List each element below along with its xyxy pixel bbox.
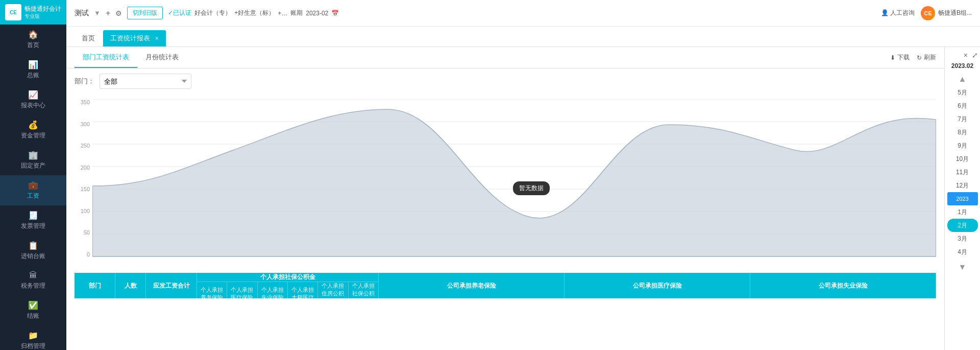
sidebar-item-tax[interactable]: 🏛 税务管理 <box>0 266 66 295</box>
chart-svg-wrapper: 暂无数据 <box>92 99 936 258</box>
topbar: 测试 ▼ + ⚙ 切到旧版 ✓已认证 好会计（专） +好生意（标） +… 账期 … <box>66 0 980 27</box>
sidebar-item-home[interactable]: 🏠 首页 <box>0 25 66 55</box>
y-label-50: 50 <box>84 229 92 236</box>
y-label-150: 150 <box>81 186 92 192</box>
user-menu[interactable]: CE 畅捷通B组... <box>921 6 972 20</box>
y-label-100: 100 <box>81 208 92 214</box>
month-2023-4[interactable]: 4月 <box>947 245 978 259</box>
sidebar-item-purchase[interactable]: 📋 进销台账 <box>0 236 66 266</box>
y-axis: 350 300 250 200 150 100 50 0 <box>75 99 92 258</box>
switch-to-old-button[interactable]: 切到旧版 <box>127 7 163 19</box>
chart-svg <box>92 99 936 258</box>
y-label-250: 250 <box>81 143 92 149</box>
y-label-200: 200 <box>81 165 92 171</box>
settle-icon: ✅ <box>28 300 38 310</box>
sidebar-item-settle[interactable]: ✅ 结账 <box>0 295 66 325</box>
month-8[interactable]: 8月 <box>947 126 978 139</box>
filter-dept-select[interactable]: 全部 <box>100 74 191 89</box>
sidebar-item-assets[interactable]: 🏢 固定资产 <box>0 145 66 175</box>
download-button[interactable]: ⬇ 下载 <box>890 53 910 62</box>
month-5[interactable]: 5月 <box>947 86 978 99</box>
filter-bar: 部门： 全部 <box>66 68 944 94</box>
sidebar: CE 畅捷通好会计 专业版 🏠 首页 📊 总账 📈 报表中心 💰 资金管理 🏢 … <box>0 0 66 350</box>
topbar-title: 测试 <box>75 9 89 18</box>
panel-expand-button[interactable]: ⤢ <box>972 51 978 59</box>
tab-close-button[interactable]: × <box>155 35 159 42</box>
consult-icon: 👤 <box>881 9 889 16</box>
footer-col-social-total-personal: 个人承担社保公积金合计 <box>349 282 378 305</box>
tax-icon: 🏛 <box>29 271 37 280</box>
archive-icon: 📁 <box>28 331 38 340</box>
period-value: 2023-02 <box>306 10 328 17</box>
filter-dept-label: 部门： <box>75 77 94 86</box>
y-label-0: 0 <box>87 251 92 258</box>
tab-salary-report[interactable]: 工资统计报表 × <box>103 30 166 46</box>
sidebar-item-reports[interactable]: 📈 报表中心 <box>0 85 66 115</box>
sidebar-item-funds[interactable]: 💰 资金管理 <box>0 115 66 145</box>
footer-col-count: 人数 <box>115 273 146 298</box>
badge-good-business: +好生意（标） <box>234 9 275 17</box>
footer-col-medical-personal: 个人承担医疗保险 <box>227 282 257 305</box>
y-label-350: 350 <box>81 99 92 105</box>
panel-close-button[interactable]: × <box>964 51 968 59</box>
chart-area: 350 300 250 200 150 100 50 0 <box>66 94 944 350</box>
month-2023-3[interactable]: 3月 <box>947 232 978 245</box>
calendar-icon[interactable]: 📅 <box>331 10 339 17</box>
panel-date: 2023.02 <box>947 59 977 73</box>
year-nav-down[interactable]: ▼ <box>957 261 969 274</box>
footer-col-unemployment-company: 公司承担失业保险 <box>750 273 936 298</box>
purchase-icon: 📋 <box>28 241 38 250</box>
footer-col-medical-company: 公司承担医疗保险 <box>565 273 750 298</box>
certified-badge: ✓已认证 <box>168 9 191 17</box>
footer-col-major-medical-personal: 个人承担大额医疗 <box>288 282 318 305</box>
subtab-actions: ⬇ 下载 ↻ 刷新 <box>890 53 936 62</box>
tab-home[interactable]: 首页 <box>75 30 102 46</box>
footer-col-dept: 部门 <box>75 273 115 298</box>
footer-col-pension-personal: 个人承担养老保险 <box>197 282 227 305</box>
download-icon: ⬇ <box>890 54 895 61</box>
subtab-bar: 部门工资统计表 月份统计表 ⬇ 下载 ↻ 刷新 <box>66 47 944 68</box>
footer-col-pension-company: 公司承担养老保险 <box>379 273 565 298</box>
sidebar-item-salary[interactable]: 💼 工资 <box>0 175 66 205</box>
year-2023-label: 2023 <box>947 192 978 205</box>
month-7[interactable]: 7月 <box>947 112 978 126</box>
topbar-dropdown-arrow[interactable]: ▼ <box>94 9 101 17</box>
month-9[interactable]: 9月 <box>947 139 978 152</box>
consult-button[interactable]: 👤 人工咨询 <box>881 9 915 17</box>
subtab-monthly[interactable]: 月份统计表 <box>137 48 187 68</box>
subtab-left: 部门工资统计表 月份统计表 <box>75 48 187 68</box>
sidebar-item-ledger[interactable]: 📊 总账 <box>0 55 66 85</box>
footer-group-cols-personal: 个人承担养老保险 个人承担医疗保险 个人承担失业保险 个人承担大额医疗 个人承担… <box>197 282 378 305</box>
table-footer-cols: 部门 人数 应发工资合计 个人承担社保公积金 个人承担养老保险 个 <box>75 273 936 298</box>
year-nav-up[interactable]: ▲ <box>957 73 969 86</box>
month-2023-2[interactable]: 2月 <box>947 219 978 232</box>
topbar-right: 👤 人工咨询 CE 畅捷通B组... <box>881 6 972 20</box>
footer-group-header-personal: 个人承担社保公积金 <box>197 273 378 282</box>
chart-tooltip: 暂无数据 <box>513 181 550 195</box>
month-11[interactable]: 11月 <box>947 166 978 179</box>
footer-col-total-salary: 应发工资合计 <box>146 273 197 298</box>
refresh-button[interactable]: ↻ 刷新 <box>917 53 936 62</box>
month-12[interactable]: 12月 <box>947 179 978 192</box>
topbar-settings-button[interactable]: ⚙ <box>115 9 122 17</box>
month-6[interactable]: 6月 <box>947 99 978 112</box>
salary-icon: 💼 <box>28 180 38 190</box>
username-label: 畅捷通B组... <box>938 9 972 17</box>
invoice-icon: 🧾 <box>28 211 38 220</box>
y-label-300: 300 <box>81 121 92 127</box>
footer-group-personal: 个人承担社保公积金 个人承担养老保险 个人承担医疗保险 个人承担失业保险 个人承… <box>197 273 379 298</box>
subtab-department[interactable]: 部门工资统计表 <box>75 48 137 68</box>
content-wrapper: 部门工资统计表 月份统计表 ⬇ 下载 ↻ 刷新 部门： <box>66 47 980 350</box>
avatar: CE <box>921 6 935 20</box>
ledger-icon: 📊 <box>28 60 38 69</box>
badge-good-accounting: 好会计（专） <box>194 9 231 17</box>
month-10[interactable]: 10月 <box>947 152 978 166</box>
refresh-icon: ↻ <box>917 54 922 61</box>
month-2023-1[interactable]: 1月 <box>947 205 978 219</box>
right-panel: × ⤢ 2023.02 ▲ 5月 6月 7月 8月 9月 10月 11月 12月… <box>944 47 980 350</box>
badge-more: +… <box>278 10 287 17</box>
topbar-add-button[interactable]: + <box>106 9 110 18</box>
sidebar-item-invoice[interactable]: 🧾 发票管理 <box>0 205 66 236</box>
footer-col-unemployment-personal: 个人承担失业保险 <box>258 282 288 305</box>
sidebar-item-archive[interactable]: 📁 归档管理 <box>0 325 66 350</box>
